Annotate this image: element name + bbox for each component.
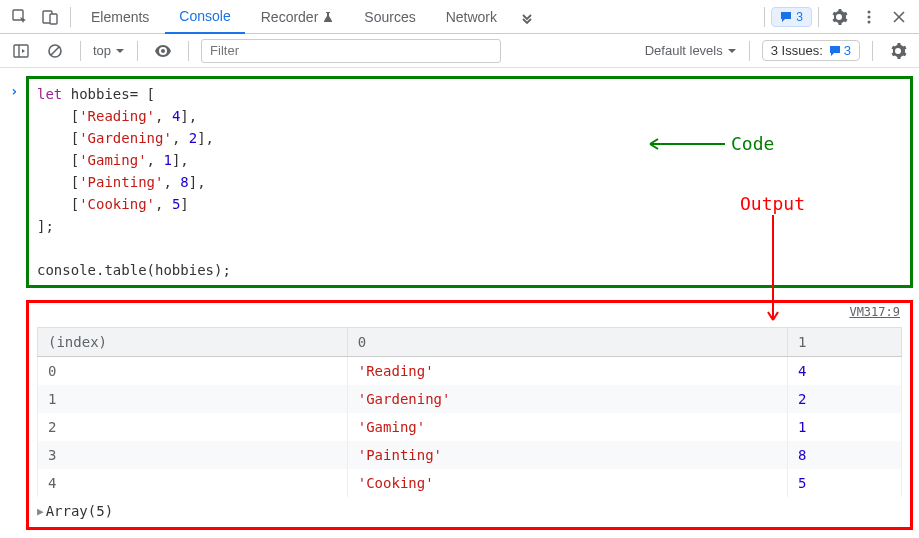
levels-label: Default levels — [645, 43, 723, 58]
svg-rect-2 — [50, 14, 57, 24]
inspect-element-icon[interactable] — [6, 3, 34, 31]
table-row: 2'Gaming'1 — [38, 413, 902, 441]
table-row: 0'Reading'4 — [38, 357, 902, 386]
divider — [188, 41, 189, 61]
live-expression-icon[interactable] — [150, 38, 176, 64]
context-selector[interactable]: top — [93, 43, 125, 58]
log-levels-selector[interactable]: Default levels — [645, 43, 737, 58]
issues-mini-badge: 3 — [829, 43, 851, 58]
table-row: 4'Cooking'5 — [38, 469, 902, 497]
issues-button[interactable]: 3 Issues: 3 — [762, 40, 860, 61]
devtools-tab-bar: Elements Console Recorder Sources Networ… — [0, 0, 919, 34]
tab-recorder[interactable]: Recorder — [247, 0, 349, 34]
svg-point-3 — [868, 10, 871, 13]
flask-icon — [322, 11, 334, 23]
clear-console-icon[interactable] — [42, 38, 68, 64]
source-link[interactable]: VM317:9 — [849, 305, 900, 319]
array-expand[interactable]: ▶ Array(5) — [29, 501, 910, 523]
svg-line-9 — [51, 47, 59, 55]
triangle-right-icon: ▶ — [37, 505, 44, 518]
svg-point-4 — [868, 15, 871, 18]
console-settings-icon[interactable] — [885, 38, 911, 64]
divider — [818, 7, 819, 27]
settings-icon[interactable] — [825, 3, 853, 31]
close-icon[interactable] — [885, 3, 913, 31]
tab-network[interactable]: Network — [432, 0, 511, 34]
table-header-0[interactable]: 0 — [347, 328, 787, 357]
console-toolbar: top Default levels 3 Issues: 3 — [0, 34, 919, 68]
table-row: 1'Gardening'2 — [38, 385, 902, 413]
tab-elements[interactable]: Elements — [77, 0, 163, 34]
errors-count: 3 — [796, 10, 803, 24]
chevron-down-icon — [115, 46, 125, 56]
tab-sources[interactable]: Sources — [350, 0, 429, 34]
tab-recorder-label: Recorder — [261, 9, 319, 25]
message-icon — [829, 45, 841, 57]
filter-input[interactable] — [201, 39, 501, 63]
divider — [749, 41, 750, 61]
table-header-index[interactable]: (index) — [38, 328, 348, 357]
divider — [70, 7, 71, 27]
kebab-menu-icon[interactable] — [855, 3, 883, 31]
prompt-caret-icon: › — [10, 80, 18, 102]
table-row: 3'Painting'8 — [38, 441, 902, 469]
sidebar-toggle-icon[interactable] — [8, 38, 34, 64]
table-header-1[interactable]: 1 — [788, 328, 902, 357]
console-input-area: › let hobbies= [ ['Reading', 4], ['Garde… — [0, 68, 919, 296]
issues-label: 3 Issues: — [771, 43, 823, 58]
context-label: top — [93, 43, 111, 58]
svg-rect-6 — [14, 45, 28, 57]
message-icon — [780, 11, 792, 23]
svg-point-5 — [868, 20, 871, 23]
console-table: (index) 0 1 0'Reading'4 1'Gardening'2 2'… — [37, 327, 902, 497]
chevron-down-icon — [727, 46, 737, 56]
tab-console[interactable]: Console — [165, 0, 244, 34]
divider — [80, 41, 81, 61]
code-annotation: Code — [645, 133, 774, 155]
console-output: VM317:9 (index) 0 1 0'Reading'4 1'Garden… — [26, 300, 913, 530]
device-toggle-icon[interactable] — [36, 3, 64, 31]
divider — [764, 7, 765, 27]
array-label: Array(5) — [46, 503, 113, 519]
errors-badge[interactable]: 3 — [771, 7, 812, 27]
more-tabs-icon[interactable] — [513, 3, 541, 31]
divider — [137, 41, 138, 61]
divider — [872, 41, 873, 61]
